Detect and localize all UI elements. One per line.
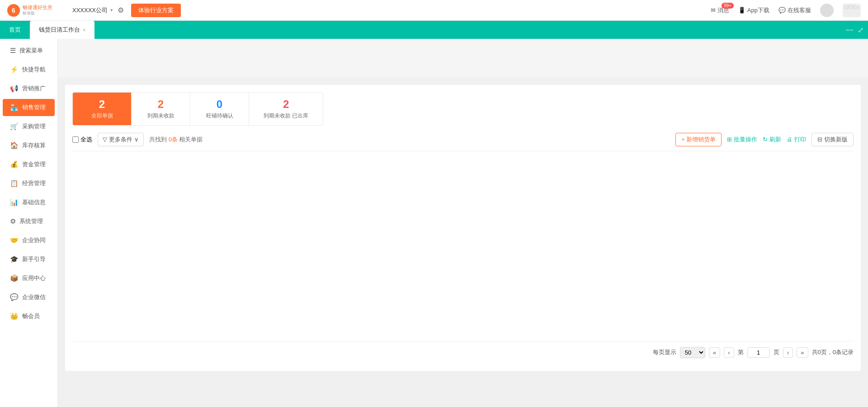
tab-home[interactable]: 首页 (0, 21, 30, 39)
sidebar-icon-beginner: 🎓 (10, 255, 19, 263)
sidebar-label-member: 畅会员 (22, 312, 40, 320)
tab-label: 钱货日清工作台 (39, 26, 80, 34)
stat-number-overdue-shipped: 2 (264, 98, 308, 111)
sidebar-icon-app-center: 📦 (10, 274, 19, 282)
sidebar-icon-basic-info: 📊 (10, 198, 19, 206)
sidebar-item-enterprise-wx[interactable]: 💬企业微信 (3, 289, 55, 306)
sidebar-item-finance[interactable]: 💰资金管理 (3, 156, 55, 173)
toolbar-right: + 新增销货单 ⊞ 批量操作 ↻ 刷新 🖨 打印 ⊟ 切换新版 (675, 133, 854, 146)
sidebar-item-marketing[interactable]: 📢营销推广 (3, 80, 55, 97)
stat-card-overdue-shipped[interactable]: 2到期未收款 已出库 (249, 93, 323, 125)
next-page-btn[interactable]: › (783, 347, 793, 358)
sidebar-icon-purchase: 🛒 (10, 122, 19, 131)
sidebar-label-app-center: 应用中心 (22, 274, 46, 282)
batch-icon: ⊞ (727, 136, 732, 143)
avatar[interactable] (820, 4, 834, 17)
message-badge: 99+ (722, 3, 734, 9)
table-area (72, 157, 854, 337)
switch-version-button[interactable]: ⊟ 切换新版 (811, 133, 854, 146)
stat-card-overdue[interactable]: 2到期未收款 (132, 93, 190, 125)
sidebar-item-enterprise-coop[interactable]: 🤝企业协同 (3, 232, 55, 249)
first-page-btn[interactable]: « (709, 347, 720, 358)
app-download-btn[interactable]: 📱 App下载 (738, 6, 769, 14)
chevron-down-icon: ▾ (110, 7, 113, 13)
add-sale-button[interactable]: + 新增销货单 (675, 133, 722, 146)
prev-page-btn[interactable]: ‹ (724, 347, 734, 358)
sidebar-label-marketing: 营销推广 (22, 84, 46, 93)
company-name: XXXXXX公司 (72, 6, 108, 14)
top-right-area: ✉ 消息 99+ 📱 App下载 💬 在线客服 OfTEn (711, 4, 861, 17)
sidebar-label-sys-mgmt: 系统管理 (19, 217, 43, 225)
tab-active[interactable]: 钱货日清工作台 × (30, 21, 94, 39)
select-all-text: 全选 (80, 136, 92, 144)
sidebar-label-purchase: 采购管理 (22, 122, 46, 131)
sidebar-label-beginner: 新手引导 (22, 255, 46, 263)
sidebar-label-basic-info: 基础信息 (22, 198, 46, 206)
page-input[interactable] (747, 347, 770, 358)
sidebar-icon-inventory: 🏠 (10, 141, 19, 150)
logo-badge: 标准版 (23, 10, 52, 16)
per-page-select[interactable]: 50 100 200 (680, 347, 705, 358)
sidebar: ☰搜索菜单⚡快捷导航📢营销推广🏪销售管理🛒采购管理🏠库存核算💰资金管理📋经营管理… (0, 39, 58, 407)
sidebar-item-purchase[interactable]: 🛒采购管理 (3, 118, 55, 135)
logo-area: 6 畅捷通好生意 标准版 (7, 4, 65, 17)
sidebar-icon-quick-nav: ⚡ (10, 65, 19, 74)
filter-icon: ▽ (103, 136, 107, 143)
select-all-label[interactable]: 全选 (72, 136, 92, 144)
select-all-checkbox[interactable] (72, 136, 79, 143)
sidebar-item-sys-mgmt[interactable]: ⚙系统管理 (3, 213, 55, 230)
filter-button[interactable]: ▽ 更多条件 ∨ (98, 133, 144, 146)
settings-icon[interactable]: ⚙ (118, 6, 124, 14)
top-bar: 6 畅捷通好生意 标准版 XXXXXX公司 ▾ ⚙ 体验行业方案 ✉ 消息 99… (0, 0, 868, 21)
stat-label-pending: 旺铺待确认 (205, 112, 234, 120)
message-btn[interactable]: ✉ 消息 99+ (711, 6, 729, 14)
sidebar-icon-sys-mgmt: ⚙ (10, 217, 16, 225)
stat-label-overdue: 到期未收款 (146, 112, 175, 120)
content-panel: 2全部单据2到期未收款0旺铺待确认2到期未收款 已出库 全选 ▽ 更多条件 ∨ … (65, 85, 861, 371)
stat-number-pending: 0 (205, 98, 234, 111)
refresh-icon: ↻ (763, 136, 768, 143)
sidebar-icon-enterprise-wx: 💬 (10, 293, 19, 301)
sidebar-label-operations: 经营管理 (22, 179, 46, 187)
company-selector[interactable]: XXXXXX公司 ▾ (72, 6, 113, 14)
sidebar-label-enterprise-coop: 企业协同 (22, 236, 46, 244)
sidebar-item-basic-info[interactable]: 📊基础信息 (3, 194, 55, 211)
expand-icon[interactable]: ⤢ (858, 26, 863, 34)
logo-icon: 6 (7, 4, 20, 17)
service-icon: 💬 (778, 7, 786, 14)
trial-button[interactable]: 体验行业方案 (131, 4, 181, 17)
stat-number-all: 2 (87, 98, 117, 111)
print-button[interactable]: 🖨 打印 (787, 136, 806, 144)
sidebar-item-search-menu[interactable]: ☰搜索菜单 (3, 42, 55, 59)
total-label: 共0页，0条记录 (812, 348, 854, 356)
stat-card-pending[interactable]: 0旺铺待确认 (190, 93, 249, 125)
app-download-label: App下载 (747, 6, 769, 14)
tab-close-icon[interactable]: × (83, 27, 85, 33)
filter-label: 更多条件 (109, 136, 132, 144)
app-icon: 📱 (738, 7, 745, 14)
minimize-icon[interactable]: — (846, 26, 853, 34)
batch-op-button[interactable]: ⊞ 批量操作 (727, 136, 757, 144)
toolbar: 全选 ▽ 更多条件 ∨ 共找到 0条 相关单据 + 新增销货单 ⊞ 批量操作 ↻ (72, 133, 854, 151)
online-service-btn[interactable]: 💬 在线客服 (778, 6, 811, 14)
nav-tabs: 首页 钱货日清工作台 × — ⤢ (0, 21, 868, 39)
refresh-label: 刷新 (769, 136, 781, 144)
per-page-label: 每页显示 (653, 348, 676, 356)
switch-label: 切换新版 (824, 136, 848, 143)
stat-card-all[interactable]: 2全部单据 (73, 93, 132, 125)
sidebar-item-operations[interactable]: 📋经营管理 (3, 175, 55, 192)
sidebar-item-quick-nav[interactable]: ⚡快捷导航 (3, 61, 55, 78)
stat-label-overdue-shipped: 到期未收款 已出库 (264, 112, 308, 120)
logo-text: 畅捷通好生意 (23, 4, 52, 10)
print-label: 打印 (794, 136, 806, 144)
sidebar-icon-enterprise-coop: 🤝 (10, 236, 19, 244)
last-page-btn[interactable]: » (797, 347, 808, 358)
sidebar-item-member[interactable]: 👑畅会员 (3, 308, 55, 325)
pagination: 每页显示 50 100 200 « ‹ 第 页 › » 共0页，0条记录 (72, 341, 854, 364)
sidebar-item-app-center[interactable]: 📦应用中心 (3, 270, 55, 287)
sidebar-label-search-menu: 搜索菜单 (19, 47, 43, 55)
sidebar-item-sales[interactable]: 🏪销售管理 (3, 99, 55, 116)
refresh-button[interactable]: ↻ 刷新 (763, 136, 781, 144)
sidebar-item-inventory[interactable]: 🏠库存核算 (3, 137, 55, 154)
sidebar-item-beginner[interactable]: 🎓新手引导 (3, 251, 55, 268)
